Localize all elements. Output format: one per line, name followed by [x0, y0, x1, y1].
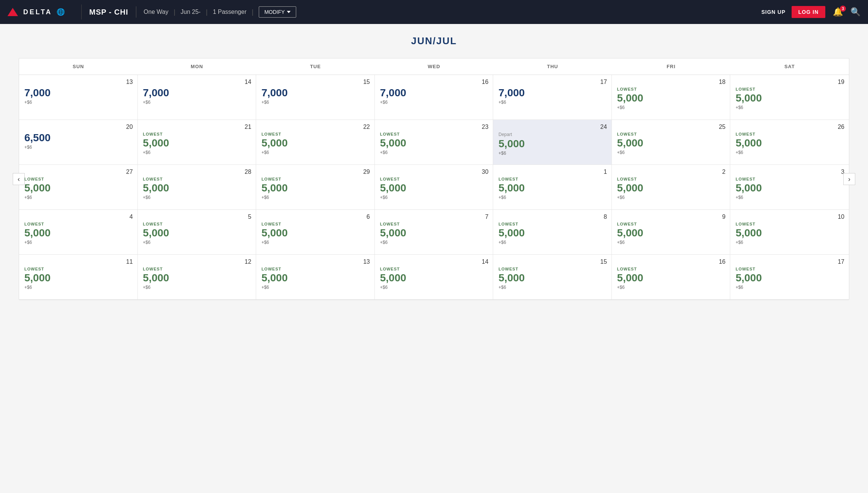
calendar-cell[interactable]: 147,000+$6 [138, 75, 257, 120]
calendar-cell[interactable]: 4LOWEST5,000+$6 [19, 210, 138, 255]
cell-date: 13 [363, 258, 370, 265]
signup-button[interactable]: SIGN UP [761, 9, 786, 15]
cell-price: +$6 [735, 105, 844, 110]
cell-price: +$6 [143, 285, 251, 290]
calendar-cell[interactable]: 23LOWEST5,000+$6 [375, 120, 494, 165]
calendar-cell[interactable]: 137,000+$6 [19, 75, 138, 120]
calendar-cell[interactable]: 18LOWEST5,000+$6 [612, 75, 731, 120]
trip-type: One Way [144, 9, 169, 15]
calendar-cell[interactable]: 21LOWEST5,000+$6 [138, 120, 257, 165]
calendar-cell[interactable]: 3LOWEST5,000+$6 [730, 165, 849, 210]
cell-price: +$6 [261, 240, 369, 245]
cell-price: +$6 [735, 150, 844, 155]
calendar-cell[interactable]: 17LOWEST5,000+$6 [730, 255, 849, 300]
cell-price: +$6 [143, 195, 251, 200]
cell-date: 13 [126, 79, 133, 85]
cell-miles: 5,000 [261, 182, 369, 194]
lowest-label: LOWEST [735, 267, 844, 271]
day-header-sat: SAT [730, 58, 849, 75]
lowest-label: LOWEST [24, 222, 132, 226]
calendar-cell[interactable]: 19LOWEST5,000+$6 [730, 75, 849, 120]
calendar-cell[interactable]: 2LOWEST5,000+$6 [612, 165, 731, 210]
cell-price: +$6 [24, 145, 132, 150]
calendar-cell[interactable]: 25LOWEST5,000+$6 [612, 120, 731, 165]
calendar-cell[interactable]: 157,000+$6 [256, 75, 375, 120]
sep-2: | [206, 8, 208, 16]
calendar-cell[interactable]: 10LOWEST5,000+$6 [730, 210, 849, 255]
cell-date: 11 [126, 258, 133, 265]
calendar-cell[interactable]: 22LOWEST5,000+$6 [256, 120, 375, 165]
lowest-label: LOWEST [735, 132, 844, 136]
cell-date: 14 [245, 79, 251, 85]
calendar-cell[interactable]: 177,000+$6 [493, 75, 612, 120]
cell-date: 26 [838, 124, 844, 130]
cell-miles: 7,000 [143, 87, 251, 99]
calendar-cell[interactable]: 12LOWEST5,000+$6 [138, 255, 257, 300]
calendar-cell[interactable]: 15LOWEST5,000+$6 [493, 255, 612, 300]
login-button[interactable]: LOG IN [792, 6, 825, 18]
calendar-cell[interactable]: 7LOWEST5,000+$6 [375, 210, 494, 255]
cell-price: +$6 [380, 195, 488, 200]
passengers: 1 Passenger [213, 9, 246, 15]
calendar-cell[interactable]: 13LOWEST5,000+$6 [256, 255, 375, 300]
cell-miles: 5,000 [380, 272, 488, 284]
calendar-cell[interactable]: 9LOWEST5,000+$6 [612, 210, 731, 255]
cell-date: 18 [719, 79, 726, 85]
modify-button[interactable]: MODIFY [259, 6, 296, 18]
calendar-next-button[interactable]: › [843, 173, 855, 185]
cell-miles: 5,000 [498, 227, 606, 239]
cell-miles: 5,000 [498, 182, 606, 194]
cell-price: +$6 [261, 100, 369, 105]
cell-price: +$6 [380, 150, 488, 155]
lowest-label: LOWEST [498, 267, 606, 271]
calendar-cell[interactable]: 6LOWEST5,000+$6 [256, 210, 375, 255]
calendar-cell[interactable]: 27LOWEST5,000+$6 [19, 165, 138, 210]
cell-date: 9 [722, 214, 726, 220]
cell-date: 1 [604, 169, 607, 175]
calendar-cell[interactable]: 1LOWEST5,000+$6 [493, 165, 612, 210]
calendar-cell[interactable]: 29LOWEST5,000+$6 [256, 165, 375, 210]
cell-miles: 5,000 [617, 272, 725, 284]
search-button[interactable]: 🔍 [850, 7, 861, 17]
calendar-cell[interactable]: 30LOWEST5,000+$6 [375, 165, 494, 210]
cell-date: 27 [126, 169, 133, 175]
cell-miles: 5,000 [380, 182, 488, 194]
lowest-label: LOWEST [24, 177, 132, 181]
cell-date: 20 [126, 124, 133, 130]
calendar-cell[interactable]: 28LOWEST5,000+$6 [138, 165, 257, 210]
cell-price: +$6 [143, 240, 251, 245]
cell-miles: 5,000 [380, 137, 488, 149]
cell-miles: 5,000 [261, 227, 369, 239]
cell-date: 21 [245, 124, 251, 130]
calendar-prev-button[interactable]: ‹ [13, 173, 25, 185]
calendar-cell[interactable]: 206,500+$6 [19, 120, 138, 165]
calendar-cell[interactable]: 8LOWEST5,000+$6 [493, 210, 612, 255]
globe-icon: 🌐 [57, 8, 66, 16]
lowest-label: LOWEST [380, 132, 488, 136]
cell-miles: 5,000 [498, 272, 606, 284]
calendar-cell[interactable]: 14LOWEST5,000+$6 [375, 255, 494, 300]
cell-price: +$6 [24, 195, 132, 200]
notifications-button[interactable]: 🔔 3 [833, 7, 843, 17]
cell-miles: 5,000 [617, 227, 725, 239]
calendar-cell[interactable]: 5LOWEST5,000+$6 [138, 210, 257, 255]
calendar-cell[interactable]: 26LOWEST5,000+$6 [730, 120, 849, 165]
lowest-label: LOWEST [261, 177, 369, 181]
cell-price: +$6 [380, 240, 488, 245]
calendar-cell[interactable]: 11LOWEST5,000+$6 [19, 255, 138, 300]
day-header-mon: MON [138, 58, 257, 75]
cell-date: 19 [838, 79, 844, 85]
cell-miles: 5,000 [143, 227, 251, 239]
calendar-cell[interactable]: 16LOWEST5,000+$6 [612, 255, 731, 300]
calendar-cell[interactable]: 24Depart5,000+$6 [493, 120, 612, 165]
cell-miles: 5,000 [735, 227, 844, 239]
logo-text: DELTA [23, 8, 52, 16]
lowest-label: LOWEST [261, 267, 369, 271]
cell-price: +$6 [380, 100, 488, 105]
depart-label: Depart [498, 132, 606, 137]
calendar-cell[interactable]: 167,000+$6 [375, 75, 494, 120]
lowest-label: LOWEST [143, 177, 251, 181]
cell-miles: 5,000 [24, 272, 132, 284]
cell-miles: 5,000 [617, 137, 725, 149]
day-headers: SUNMONTUEWEDTHUFRISAT [19, 58, 849, 75]
